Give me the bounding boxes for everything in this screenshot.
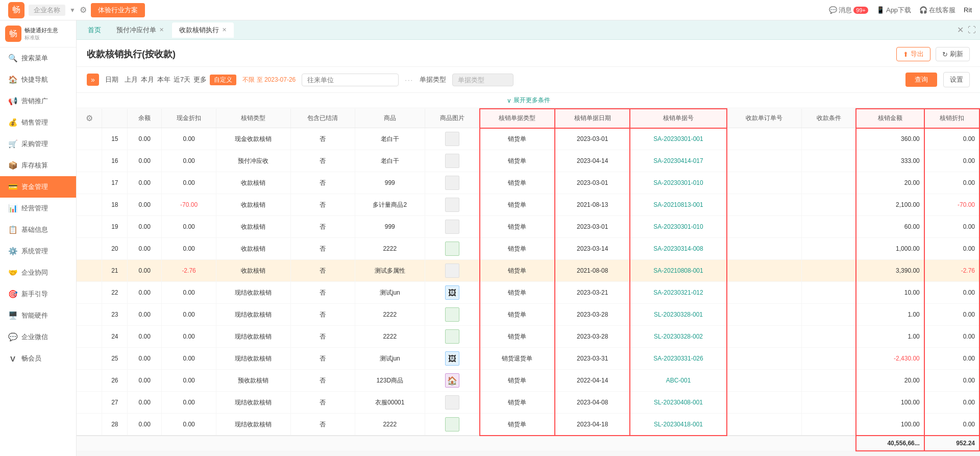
user-label[interactable]: Rit bbox=[964, 6, 972, 14]
tab-prepay-close[interactable]: ✕ bbox=[159, 27, 164, 33]
cell-cancel-doc-no[interactable]: SA-20230314-008 bbox=[630, 238, 726, 260]
sidebar-item-system[interactable]: ⚙️ 系统管理 bbox=[0, 241, 76, 262]
filter-bar: » 日期 上月 本月 本年 近7天 更多 自定义 不限 至 2023-07-26… bbox=[77, 67, 980, 93]
doc-link[interactable]: SL-20230418-001 bbox=[654, 421, 703, 428]
table-row: 19 0.00 0.00 收款核销 否 999 销货单 2023-03-01 S… bbox=[77, 216, 979, 238]
cell-cancel-doc-no[interactable]: SA-20210813-001 bbox=[630, 194, 726, 216]
doc-link[interactable]: SL-20230328-002 bbox=[654, 333, 703, 340]
doc-link[interactable]: SA-20230414-017 bbox=[653, 157, 703, 164]
filter-toggle-button[interactable]: » bbox=[87, 74, 99, 86]
cell-cancel-doc-no[interactable]: SA-20230331-026 bbox=[630, 348, 726, 370]
sidebar-item-wechat[interactable]: 💬 企业微信 bbox=[0, 326, 76, 348]
page-header: 收款核销执行(按收款) ⬆ 导出 ↻ 刷新 bbox=[77, 40, 980, 67]
doc-type-select[interactable]: 单据类型 bbox=[452, 74, 513, 86]
table-row: 17 0.00 0.00 收款核销 否 999 销货单 2023-03-01 S… bbox=[77, 172, 979, 194]
sidebar-item-member[interactable]: V 畅会员 bbox=[0, 348, 76, 369]
cell-cancel-doc-type: 销货单 bbox=[480, 216, 555, 238]
cell-collect-condition bbox=[801, 304, 856, 326]
cell-goods-image bbox=[425, 172, 479, 194]
tab-home[interactable]: 首页 bbox=[81, 22, 108, 38]
settings-button[interactable]: 设置 bbox=[943, 72, 970, 87]
member-icon: V bbox=[8, 354, 17, 363]
cell-cancel-doc-no[interactable]: SA-20230321-012 bbox=[630, 282, 726, 304]
tab-prepay[interactable]: 预付冲应付单 ✕ bbox=[109, 22, 171, 38]
cell-cancel-doc-no[interactable]: SA-20230414-017 bbox=[630, 150, 726, 172]
cell-cancel-doc-no[interactable]: SA-20230301-010 bbox=[630, 216, 726, 238]
cell-cancel-doc-no[interactable]: SA-20210808-001 bbox=[630, 260, 726, 282]
refresh-button[interactable]: ↻ 刷新 bbox=[936, 47, 970, 61]
date-this-month[interactable]: 本月 bbox=[141, 75, 154, 84]
content-area: 首页 预付冲应付单 ✕ 收款核销执行 ✕ ✕ ⛶ 收款核销执行(按收款) bbox=[77, 20, 980, 456]
sidebar-item-basic[interactable]: 📋 基础信息 bbox=[0, 219, 76, 241]
gear-button[interactable]: ⚙ bbox=[80, 5, 87, 15]
date-custom[interactable]: 自定义 bbox=[210, 75, 236, 85]
cell-cancel-amount: 1,000.00 bbox=[856, 238, 924, 260]
cell-cancel-doc-no[interactable]: SL-20230418-001 bbox=[630, 414, 726, 436]
doc-link[interactable]: SA-20230301-010 bbox=[653, 223, 703, 230]
doc-link[interactable]: SA-20230301-010 bbox=[653, 179, 703, 186]
cell-balance: 0.00 bbox=[128, 304, 162, 326]
date-more[interactable]: 更多 bbox=[193, 75, 207, 84]
column-settings-icon[interactable]: ⚙ bbox=[86, 114, 93, 123]
date-7days[interactable]: 近7天 bbox=[174, 75, 190, 84]
doc-link[interactable]: SA-20230301-001 bbox=[653, 135, 703, 142]
cell-cancel-doc-no[interactable]: SA-20230301-001 bbox=[630, 128, 726, 150]
cell-cancel-doc-no[interactable]: SL-20230328-002 bbox=[630, 326, 726, 348]
cell-include-settled: 否 bbox=[290, 128, 355, 150]
date-this-year[interactable]: 本年 bbox=[157, 75, 170, 84]
cell-seq: 26 bbox=[102, 370, 128, 392]
doc-link[interactable]: SA-20210813-001 bbox=[653, 201, 703, 208]
sidebar-label-wechat: 企业微信 bbox=[21, 332, 48, 342]
cell-balance: 0.00 bbox=[128, 370, 162, 392]
sidebar-item-sales[interactable]: 💰 销售管理 bbox=[0, 112, 76, 133]
cell-cancel-type: 预付冲应收 bbox=[216, 150, 290, 172]
tab-collect-close[interactable]: ✕ bbox=[222, 27, 227, 33]
sidebar-item-inventory[interactable]: 📦 库存核算 bbox=[0, 155, 76, 176]
sidebar-item-purchase[interactable]: 🛒 采购管理 bbox=[0, 133, 76, 155]
sidebar-item-quick-nav[interactable]: 🏠 快捷导航 bbox=[0, 69, 76, 90]
cell-cancel-type: 收款核销 bbox=[216, 260, 290, 282]
doc-link[interactable]: SA-20230321-012 bbox=[653, 289, 703, 296]
table-row: 22 0.00 0.00 现结收款核销 否 测试jun 🖼 销货单 2023-0… bbox=[77, 282, 979, 304]
cell-goods: 老白干 bbox=[355, 128, 425, 150]
sidebar-item-operation[interactable]: 📊 经营管理 bbox=[0, 198, 76, 219]
query-button[interactable]: 查询 bbox=[905, 73, 937, 87]
from-unit-input[interactable] bbox=[302, 74, 399, 86]
doc-link[interactable]: SA-20230331-026 bbox=[653, 355, 703, 362]
col-goods-image: 商品图片 bbox=[425, 109, 479, 128]
cell-goods: 2222 bbox=[355, 238, 425, 260]
col-gear[interactable]: ⚙ bbox=[77, 109, 102, 128]
doc-link[interactable]: SA-20230314-008 bbox=[653, 245, 703, 252]
date-last-month[interactable]: 上月 bbox=[125, 75, 138, 84]
cell-cancel-doc-no[interactable]: ABC-001 bbox=[630, 370, 726, 392]
doc-link[interactable]: SL-20230408-001 bbox=[654, 399, 703, 406]
tab-collect[interactable]: 收款核销执行 ✕ bbox=[172, 22, 234, 38]
cell-cancel-doc-no[interactable]: SA-20230301-010 bbox=[630, 172, 726, 194]
doc-link[interactable]: SL-20230328-001 bbox=[654, 311, 703, 318]
sidebar-item-collab[interactable]: 🤝 企业协同 bbox=[0, 262, 76, 283]
export-button[interactable]: ⬆ 导出 bbox=[896, 47, 930, 61]
cell-cash-discount: 0.00 bbox=[162, 238, 216, 260]
doc-link[interactable]: ABC-001 bbox=[666, 377, 691, 384]
message-link[interactable]: 💬 消息 99+ bbox=[829, 6, 868, 15]
sidebar-item-guide[interactable]: 🎯 新手引导 bbox=[0, 283, 76, 305]
sidebar-item-marketing[interactable]: 📢 营销推广 bbox=[0, 90, 76, 112]
cell-cancel-amount: 333.00 bbox=[856, 150, 924, 172]
online-service-link[interactable]: 🎧 在线客服 bbox=[919, 6, 955, 15]
tab-expand-icon[interactable]: ⛶ bbox=[968, 26, 976, 35]
cell-cancel-discount: 0.00 bbox=[924, 370, 979, 392]
cell-cancel-doc-no[interactable]: SL-20230328-001 bbox=[630, 304, 726, 326]
dropdown-icon[interactable]: ▼ bbox=[69, 7, 76, 14]
cell-cancel-doc-no[interactable]: SL-20230408-001 bbox=[630, 392, 726, 414]
cell-balance: 0.00 bbox=[128, 414, 162, 436]
app-download-link[interactable]: 📱 App下载 bbox=[876, 6, 911, 15]
expand-more-link[interactable]: ∨ 展开更多条件 bbox=[507, 96, 550, 105]
sidebar-item-hardware[interactable]: 🖥️ 智能硬件 bbox=[0, 305, 76, 326]
industry-solution-button[interactable]: 体验行业方案 bbox=[91, 3, 145, 17]
tab-close-all-icon[interactable]: ✕ bbox=[957, 25, 964, 35]
sidebar-item-finance[interactable]: 💳 资金管理 bbox=[0, 176, 76, 198]
company-name[interactable]: 企业名称 bbox=[29, 5, 65, 16]
sidebar-item-search[interactable]: 🔍 搜索菜单 bbox=[0, 47, 76, 69]
logo-icon: 畅 bbox=[5, 26, 21, 42]
doc-link[interactable]: SA-20210808-001 bbox=[653, 267, 703, 274]
